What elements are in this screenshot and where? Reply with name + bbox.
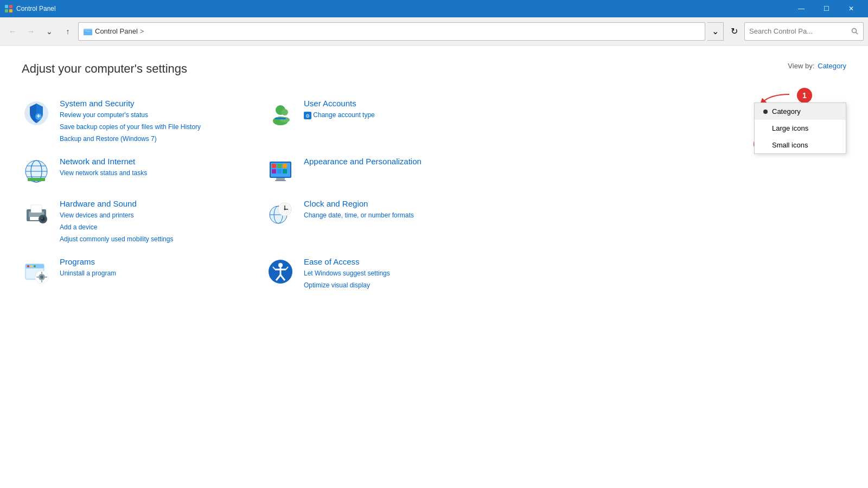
svg-rect-62 (45, 277, 47, 278)
dropdown-item-large-icons[interactable]: Large icons (755, 120, 846, 137)
svg-rect-24 (28, 178, 45, 181)
dropdown-item-small-icons[interactable]: Small icons (755, 137, 846, 153)
svg-rect-1 (9, 5, 12, 8)
svg-rect-32 (283, 169, 287, 174)
svg-rect-16 (275, 118, 286, 119)
hardware-link-1[interactable]: View devices and printers (60, 210, 173, 220)
address-bar[interactable]: Control Panel > (78, 22, 705, 41)
user-accounts-link-1[interactable]: ⚙ Change account type (304, 110, 375, 120)
category-user-accounts: User Accounts ⚙ Change account type (266, 92, 510, 150)
view-by-section: View by: Category (788, 62, 846, 70)
dropdown-category-label: Category (772, 107, 801, 115)
system-security-link-1[interactable]: Review your computer's status (60, 110, 201, 120)
dropdown-item-category[interactable]: Category (755, 103, 846, 120)
back-button[interactable]: ← (4, 23, 21, 40)
svg-rect-60 (41, 280, 42, 282)
titlebar: Control Panel — ☐ ✕ (0, 0, 868, 17)
programs-icon (22, 257, 51, 286)
network-text: Network and Internet View network status… (60, 157, 147, 178)
dropdown-large-icons-label: Large icons (772, 124, 808, 132)
search-icon (851, 28, 859, 35)
categories-grid: System and Security Review your computer… (22, 92, 510, 297)
programs-link-1[interactable]: Uninstall a program (60, 268, 116, 278)
address-dropdown-button[interactable]: ⌄ (707, 22, 724, 41)
svg-rect-61 (36, 277, 39, 278)
hardware-icon (22, 199, 51, 228)
appearance-icon (266, 157, 295, 186)
selected-dot (763, 110, 768, 114)
annotation-1: 1 (797, 88, 812, 103)
recent-button[interactable]: ⌄ (41, 23, 58, 40)
clock-icon (266, 199, 295, 228)
category-hardware: Hardware and Sound View devices and prin… (22, 192, 266, 251)
window-controls: — ☐ ✕ (789, 0, 864, 17)
view-by-label: View by: (788, 62, 814, 70)
svg-point-58 (40, 275, 43, 279)
svg-rect-0 (5, 5, 8, 8)
hardware-text: Hardware and Sound View devices and prin… (60, 199, 173, 244)
minimize-button[interactable]: — (789, 0, 814, 17)
svg-point-54 (30, 265, 33, 267)
close-button[interactable]: ✕ (839, 0, 864, 17)
refresh-button[interactable]: ↻ (726, 23, 742, 40)
ease-link-1[interactable]: Let Windows suggest settings (304, 268, 390, 278)
user-accounts-icon (266, 99, 295, 128)
appearance-link[interactable]: Appearance and Personalization (304, 157, 422, 166)
addressbar: ← → ⌄ ↑ Control Panel > ⌄ ↻ (0, 17, 868, 46)
category-clock: Clock and Region Change date, time, or n… (266, 192, 510, 251)
network-link-1[interactable]: View network status and tasks (60, 168, 147, 178)
ease-icon (266, 257, 295, 286)
svg-rect-28 (277, 164, 282, 168)
hardware-link-2[interactable]: Add a device (60, 222, 173, 232)
user-accounts-link[interactable]: User Accounts (304, 99, 375, 108)
clock-link[interactable]: Clock and Region (304, 199, 414, 208)
svg-rect-38 (31, 205, 42, 213)
network-link[interactable]: Network and Internet (60, 157, 147, 166)
system-security-link-3[interactable]: Backup and Restore (Windows 7) (60, 134, 201, 144)
view-by-dropdown[interactable]: Category (818, 62, 846, 70)
up-button[interactable]: ↑ (60, 23, 76, 40)
ease-link-2[interactable]: Optimize visual display (304, 280, 390, 290)
content-area: Adjust your computer's settings View by:… (0, 46, 868, 488)
system-security-icon (22, 99, 51, 128)
svg-point-14 (282, 109, 288, 115)
svg-text:⚙: ⚙ (305, 113, 310, 119)
svg-rect-3 (9, 9, 12, 12)
system-security-link-2[interactable]: Save backup copies of your files with Fi… (60, 122, 201, 132)
forward-button[interactable]: → (23, 23, 39, 40)
system-security-text: System and Security Review your computer… (60, 99, 201, 144)
ease-link[interactable]: Ease of Access (304, 257, 390, 266)
hardware-link-3[interactable]: Adjust commonly used mobility settings (60, 234, 173, 244)
search-box[interactable] (744, 22, 864, 41)
svg-rect-29 (283, 164, 287, 168)
svg-rect-27 (272, 164, 276, 168)
svg-rect-30 (272, 169, 276, 174)
programs-text: Programs Uninstall a program (60, 257, 116, 278)
svg-rect-6 (84, 29, 87, 30)
app-icon (4, 4, 13, 13)
svg-point-8 (852, 28, 857, 33)
search-input[interactable] (749, 27, 851, 35)
svg-rect-59 (41, 272, 42, 274)
category-ease: Ease of Access Let Windows suggest setti… (266, 251, 510, 297)
breadcrumb-path: Control Panel (95, 27, 138, 35)
system-security-link[interactable]: System and Security (60, 99, 201, 108)
clock-link-1[interactable]: Change date, time, or number formats (304, 210, 414, 220)
svg-point-42 (42, 218, 43, 219)
view-by-dropdown-menu: Category Large icons Small icons (754, 102, 846, 154)
svg-point-53 (27, 265, 29, 267)
svg-point-50 (284, 209, 286, 210)
category-system-security: System and Security Review your computer… (22, 92, 266, 150)
maximize-button[interactable]: ☐ (814, 0, 839, 17)
network-icon (22, 157, 51, 186)
clock-text: Clock and Region Change date, time, or n… (304, 199, 414, 220)
titlebar-left: Control Panel (4, 4, 56, 13)
svg-rect-7 (85, 31, 91, 31)
svg-line-9 (856, 32, 858, 34)
main-content: Adjust your computer's settings View by:… (0, 46, 868, 488)
programs-link[interactable]: Programs (60, 257, 116, 266)
breadcrumb-item[interactable]: Control Panel (95, 27, 138, 35)
svg-rect-2 (5, 9, 8, 12)
hardware-link[interactable]: Hardware and Sound (60, 199, 173, 208)
svg-rect-31 (277, 169, 282, 174)
